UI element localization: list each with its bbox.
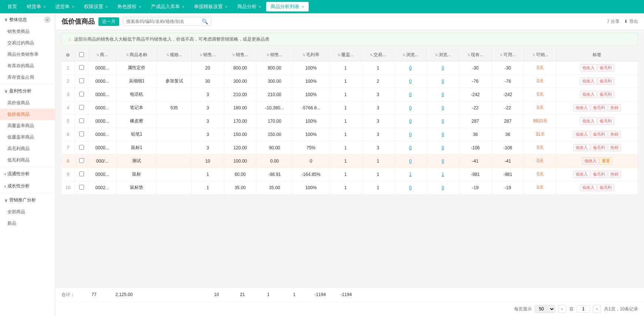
cell-browse1[interactable]: 0 [394, 181, 427, 194]
export-button[interactable]: ⬇ 导出 [624, 18, 638, 25]
browse-link[interactable]: 0 [442, 79, 444, 84]
browse-link[interactable]: 0 [442, 145, 444, 150]
row-checkbox-cell[interactable] [75, 128, 88, 141]
col-settings[interactable]: ⚙ [61, 49, 75, 61]
row-checkbox[interactable] [79, 118, 84, 123]
nav-close-icon[interactable]: × [139, 4, 141, 9]
sidebar-item-low-margin[interactable]: 低毛利商品 [0, 154, 55, 166]
nav-permission-settings[interactable]: 权限设置 × [80, 2, 112, 11]
cell-browse1[interactable]: 0 [394, 115, 427, 128]
browse-link[interactable]: 0 [409, 92, 412, 97]
sidebar-section-growth[interactable]: › 成长性分析 [0, 180, 55, 192]
row-checkbox[interactable] [79, 105, 84, 110]
sidebar-item-low-coverage[interactable]: 低覆盖率商品 [0, 132, 55, 143]
row-checkbox-cell[interactable] [75, 181, 88, 194]
nav-purchase-order[interactable]: 进货单 × [51, 2, 78, 11]
browse-link[interactable]: 0 [409, 145, 412, 150]
table-container[interactable]: ⚙ ⇅商... ⇅商品名称 ⇅规格... ⇅销售... ⇅销售... ⇅销售..… [56, 49, 644, 287]
sidebar-item-low-value[interactable]: 低价值商品 [0, 109, 55, 120]
cell-browse1[interactable]: 0 [394, 141, 427, 154]
nav-product-analysis[interactable]: 商品分析 × [233, 2, 265, 11]
nav-role-auth[interactable]: 角色授权 × [113, 2, 145, 11]
row-checkbox-cell[interactable] [75, 141, 88, 154]
nav-close-icon[interactable]: × [105, 4, 108, 9]
browse-link[interactable]: 0 [409, 132, 412, 137]
row-checkbox-cell[interactable] [75, 75, 88, 88]
row-checkbox[interactable] [79, 78, 84, 83]
row-checkbox[interactable] [79, 92, 84, 96]
browse-link[interactable]: 0 [442, 132, 444, 137]
cell-rate: -5766.6... [293, 101, 329, 115]
per-page-select[interactable]: 50 100 200 [535, 305, 555, 313]
row-checkbox-cell[interactable] [75, 168, 88, 181]
browse-link[interactable]: 0 [442, 185, 444, 190]
row-checkbox[interactable] [79, 185, 84, 190]
row-checkbox[interactable] [79, 171, 84, 176]
browse-link[interactable]: 0 [409, 159, 412, 164]
nav-close-icon[interactable]: × [259, 4, 261, 9]
sidebar-item-traded-goods[interactable]: 交易过的商品 [0, 37, 55, 49]
cell-browse1[interactable]: 1 [394, 168, 427, 181]
nav-close-icon[interactable]: × [302, 4, 304, 9]
cell-browse1[interactable]: 0 [394, 154, 427, 168]
nav-sales-order[interactable]: 销货单 × [22, 2, 50, 11]
browse-link[interactable]: 0 [409, 105, 412, 111]
sidebar-item-in-stock-goods[interactable]: 有库存的商品 [0, 60, 55, 72]
next-page-button[interactable]: › [593, 305, 601, 313]
sidebar-section-flow[interactable]: › 流通性分析 [0, 168, 55, 180]
sidebar-item-sales-goods[interactable]: 销售类商品 [0, 26, 55, 37]
browse-link[interactable]: 0 [442, 92, 444, 97]
first-page-button[interactable]: ‹ [558, 305, 566, 313]
page-number-input[interactable] [577, 305, 590, 313]
share-button[interactable]: ⤴ 分享 [607, 18, 620, 25]
row-checkbox[interactable] [79, 132, 84, 136]
row-checkbox[interactable] [79, 145, 84, 150]
nav-template-settings[interactable]: 单据模板设置 × [189, 2, 232, 11]
browse-link[interactable]: 1 [409, 172, 412, 177]
cell-browse1[interactable]: 0 [394, 88, 427, 101]
nav-product-warehousing[interactable]: 产成品入库单 × [147, 2, 189, 11]
nav-close-icon[interactable]: × [225, 4, 227, 9]
nav-close-icon[interactable]: × [43, 4, 46, 9]
cell-browse1[interactable]: 0 [394, 75, 427, 88]
sidebar-section-profit[interactable]: ∨ 盈利性分析 [0, 85, 55, 97]
select-all-checkbox[interactable] [79, 52, 84, 57]
cell-browse1[interactable]: 0 [394, 61, 427, 75]
sidebar-item-all-goods[interactable]: 全部商品 [0, 206, 55, 218]
row-checkbox-cell[interactable] [75, 61, 88, 75]
sidebar-section-general[interactable]: ∨ 整体信息 « [0, 13, 55, 26]
cell-browse1[interactable]: 0 [394, 101, 427, 115]
browse-link[interactable]: 0 [442, 105, 444, 111]
sidebar-item-high-value[interactable]: 高价值商品 [0, 97, 55, 109]
sidebar-item-category-sales-rate[interactable]: 商品分类销售率 [0, 49, 55, 60]
browse-link[interactable]: 1 [442, 172, 444, 177]
nav-close-icon[interactable]: × [182, 4, 184, 9]
browse-link[interactable]: 0 [409, 79, 412, 84]
row-checkbox-cell[interactable] [75, 154, 88, 168]
sidebar-item-new-goods[interactable]: 新品 [0, 218, 55, 229]
row-checkbox-cell[interactable] [75, 88, 88, 101]
sidebar-item-high-coverage[interactable]: 高覆盖率商品 [0, 120, 55, 132]
browse-link[interactable]: 0 [442, 65, 444, 71]
browse-link[interactable]: 0 [409, 119, 412, 124]
date-filter-button[interactable]: 近一月 [98, 17, 119, 26]
row-checkbox[interactable] [79, 65, 84, 70]
sidebar-item-high-margin[interactable]: 高毛利商品 [0, 143, 55, 154]
col-checkbox[interactable] [75, 49, 88, 61]
nav-home[interactable]: 首页 [3, 2, 21, 11]
nav-close-icon[interactable]: × [72, 4, 74, 9]
browse-link[interactable]: 0 [442, 159, 444, 164]
row-checkbox-cell[interactable] [75, 101, 88, 115]
sidebar-item-inventory-capital[interactable]: 库存资金占用 [0, 72, 55, 83]
search-input[interactable] [126, 19, 200, 24]
browse-link[interactable]: 0 [409, 65, 412, 71]
collapse-button[interactable]: « [44, 16, 51, 23]
row-checkbox[interactable] [79, 158, 84, 163]
search-icon[interactable]: 🔍 [202, 18, 208, 24]
nav-product-analysis-list[interactable]: 商品分析列表 × [266, 2, 308, 11]
browse-link[interactable]: 0 [442, 119, 444, 124]
sidebar-section-marketing[interactable]: ∨ 营销推广分析 [0, 194, 55, 206]
browse-link[interactable]: 0 [409, 185, 412, 190]
cell-browse1[interactable]: 0 [394, 128, 427, 141]
row-checkbox-cell[interactable] [75, 115, 88, 128]
